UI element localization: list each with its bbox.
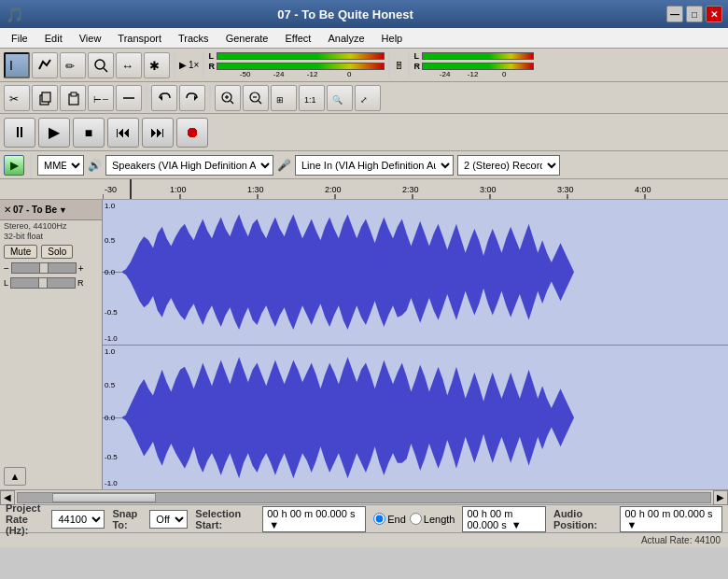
input-icon: 🎤 xyxy=(277,159,291,172)
gain-slider[interactable] xyxy=(11,262,77,274)
svg-text:1:00: 1:00 xyxy=(170,185,187,194)
axis-label-top-1: 1.0 xyxy=(105,202,115,210)
output-icon: 🔊 xyxy=(88,159,102,172)
tool-envelope[interactable] xyxy=(32,52,58,78)
track-dropdown-btn[interactable]: ▼ xyxy=(59,205,67,215)
selection-start-input[interactable]: 00 h 00 m 00.000 s ▼ xyxy=(262,506,366,532)
svg-line-3 xyxy=(104,68,107,72)
selection-start-arrow[interactable]: ▼ xyxy=(269,519,279,530)
vu-out-r-label: R xyxy=(413,63,421,71)
end-radio-label[interactable]: End xyxy=(373,513,406,525)
tool-draw[interactable]: ✏ xyxy=(60,52,86,78)
zoom-out-button[interactable] xyxy=(243,85,269,111)
audio-pos-input[interactable]: 00 h 00 m 00.000 s ▼ xyxy=(620,506,722,532)
maximize-button[interactable]: □ xyxy=(686,6,703,22)
selection-end-value: 00 h 00 m 00.000 s xyxy=(467,508,512,530)
length-radio[interactable] xyxy=(410,513,422,525)
svg-text:2:00: 2:00 xyxy=(325,185,342,194)
host-select[interactable]: MME DirectSound WASAPI xyxy=(37,155,84,176)
audio-pos-value: 00 h 00 m 00.000 s xyxy=(624,508,712,519)
snap-to-label: Snap To: xyxy=(112,508,146,530)
output-device-select[interactable]: Speakers (VIA High Definition A... xyxy=(105,155,273,176)
menu-file[interactable]: File xyxy=(4,31,35,46)
zoom-normal-button[interactable]: 1:1 xyxy=(299,85,325,111)
selection-start-value: 00 h 00 m 00.000 s xyxy=(267,508,355,519)
close-button[interactable]: ✕ xyxy=(706,6,722,22)
rate-bar: Actual Rate: 44100 xyxy=(0,532,728,547)
title-bar: 🎵 07 - To Be Quite Honest — □ ✕ xyxy=(0,0,728,28)
minimize-button[interactable]: — xyxy=(666,6,683,22)
menu-generate[interactable]: Generate xyxy=(218,31,276,46)
project-rate-select[interactable]: 44100 22050 48000 xyxy=(51,510,105,529)
pause-button[interactable]: ⏸ xyxy=(4,118,35,148)
end-radio[interactable] xyxy=(373,513,385,525)
vu-out-l-label: L xyxy=(413,52,421,61)
pan-slider[interactable] xyxy=(10,277,76,289)
mute-solo-row: Mute Solo xyxy=(0,243,102,261)
axis-label-zero-2: 0.0 xyxy=(105,413,115,421)
length-radio-label[interactable]: Length xyxy=(410,513,455,525)
vu-left-bar xyxy=(217,52,385,60)
tool-multi[interactable]: ✱ xyxy=(144,52,170,78)
svg-text:3:00: 3:00 xyxy=(480,185,497,194)
tool-timeshift[interactable]: ↔ xyxy=(116,52,142,78)
copy-button[interactable] xyxy=(32,85,58,111)
zoom-in-button[interactable] xyxy=(215,85,241,111)
menu-edit[interactable]: Edit xyxy=(37,31,70,46)
cut-button[interactable]: ✂ xyxy=(4,85,30,111)
channel-select[interactable]: 2 (Stereo) Record ... xyxy=(457,155,560,176)
paste-button[interactable] xyxy=(60,85,86,111)
separator-2 xyxy=(203,52,204,78)
menu-help[interactable]: Help xyxy=(374,31,411,46)
tool-select[interactable]: I xyxy=(4,52,30,78)
menu-transport[interactable]: Transport xyxy=(110,31,169,46)
vu-output-container: L R -24 -12 0 xyxy=(413,52,534,78)
vu-left-label: L xyxy=(208,52,216,61)
selection-end-arrow[interactable]: ▼ xyxy=(511,519,522,530)
transport-bar: ⏸ ▶ ■ ⏮ ⏭ ⏺ xyxy=(0,114,728,151)
play-button[interactable]: ▶ xyxy=(38,118,70,148)
track-header: ✕ 07 - To Be ▼ xyxy=(0,200,102,220)
svg-line-18 xyxy=(231,101,233,104)
input-device-select[interactable]: Line In (VIA High Definition Au... xyxy=(295,155,454,176)
trim-button[interactable]: ⊢⊣ xyxy=(88,85,114,111)
separator-3 xyxy=(388,52,390,78)
vu-left-container: L R -50 -24 -12 0 xyxy=(208,52,385,78)
scroll-thumb[interactable] xyxy=(52,493,156,502)
svg-text:✏: ✏ xyxy=(65,60,75,73)
mute-button[interactable]: Mute xyxy=(4,245,37,259)
zoom-toggle-button[interactable]: ⤢ xyxy=(355,85,381,111)
prev-button[interactable]: ⏮ xyxy=(107,118,139,148)
waveform-left-channel: 1.0 0.5 0.0 -0.5 -1.0 xyxy=(103,200,728,346)
title-bar-icon: 🎵 xyxy=(6,6,24,23)
playback-speed: ▶ 1× xyxy=(179,60,199,70)
snap-to-select[interactable]: Off On xyxy=(149,510,188,529)
track-collapse-btn[interactable]: ▲ xyxy=(4,467,26,486)
menu-tracks[interactable]: Tracks xyxy=(171,31,217,46)
audio-pos-arrow[interactable]: ▼ xyxy=(626,519,637,530)
scroll-track[interactable] xyxy=(17,492,711,503)
play-at-speed-btn[interactable]: ▶ xyxy=(4,155,24,176)
menu-view[interactable]: View xyxy=(72,31,109,46)
scroll-right-btn[interactable]: ▶ xyxy=(713,490,728,505)
redo-button[interactable] xyxy=(179,85,205,111)
track-close-btn[interactable]: ✕ xyxy=(4,205,11,215)
speed-value: 1× xyxy=(189,60,199,70)
silence-button[interactable] xyxy=(116,85,142,111)
undo-button[interactable] xyxy=(151,85,177,111)
svg-text:I: I xyxy=(9,58,13,73)
end-length-group: End Length xyxy=(373,513,455,525)
record-button[interactable]: ⏺ xyxy=(176,118,208,148)
audio-pos-group: Audio Position: 00 h 00 m 00.000 s ▼ xyxy=(553,506,722,532)
fit-project-button[interactable]: ⊞ xyxy=(271,85,297,111)
menu-effect[interactable]: Effect xyxy=(278,31,319,46)
pan-l-label: L xyxy=(4,278,8,288)
svg-rect-10 xyxy=(71,92,77,96)
stop-button[interactable]: ■ xyxy=(73,118,105,148)
menu-analyze[interactable]: Analyze xyxy=(320,31,371,46)
tool-zoom[interactable] xyxy=(88,52,114,78)
selection-end-input[interactable]: 00 h 00 m 00.000 s ▼ xyxy=(462,506,545,532)
solo-button[interactable]: Solo xyxy=(41,245,73,259)
next-button[interactable]: ⏭ xyxy=(142,118,174,148)
zoom-sel-button[interactable]: 🔍 xyxy=(327,85,353,111)
